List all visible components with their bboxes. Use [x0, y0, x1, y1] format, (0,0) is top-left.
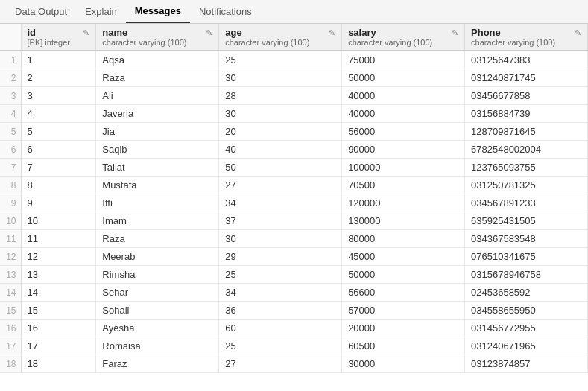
cell-age: 25	[219, 266, 342, 284]
table-row: 1010Imam37130000635925431505	[0, 212, 588, 230]
cell-id: 2	[21, 69, 96, 87]
tab-data-output[interactable]: Data Output	[6, 0, 76, 23]
cell-salary: 45000	[342, 248, 465, 266]
cell-phone: 076510341675	[465, 248, 588, 266]
cell-phone: 031240671965	[465, 337, 588, 355]
cell-phone: 02453658592	[465, 284, 588, 302]
edit-col-phone-icon[interactable]: ✎	[575, 28, 581, 38]
cell-id: 17	[21, 337, 96, 355]
cell-name: Sehar	[96, 284, 219, 302]
table-row: 33Ali284000003456677858	[0, 87, 588, 105]
cell-salary: 40000	[342, 105, 465, 123]
cell-id: 15	[21, 302, 96, 320]
cell-id: 9	[21, 194, 96, 212]
cell-salary: 120000	[342, 194, 465, 212]
table-row: 22Raza3050000031240871745	[0, 69, 588, 87]
cell-age: 27	[219, 177, 342, 194]
table-row: 1313Rimsha25500000315678946758	[0, 266, 588, 284]
row-number: 1	[0, 51, 21, 69]
tab-messages[interactable]: Messages	[126, 0, 190, 23]
row-number: 11	[0, 230, 21, 248]
edit-col-id-icon[interactable]: ✎	[83, 28, 89, 38]
cell-name: Sohail	[96, 302, 219, 320]
cell-name: Rimsha	[96, 266, 219, 284]
tab-bar: Data Output Explain Messages Notificatio…	[0, 0, 588, 24]
edit-col-age-icon[interactable]: ✎	[329, 28, 335, 38]
cell-salary: 40000	[342, 87, 465, 105]
col-header-id: id [PK] integer ✎	[21, 24, 96, 51]
cell-phone: 031240871745	[465, 69, 588, 87]
cell-id: 1	[21, 51, 96, 69]
cell-age: 50	[219, 159, 342, 177]
cell-name: Faraz	[96, 355, 219, 373]
cell-name: Ali	[96, 87, 219, 105]
cell-phone: 034567891233	[465, 194, 588, 212]
cell-age: 30	[219, 105, 342, 123]
col-header-salary: salary character varying (100) ✎	[342, 24, 465, 51]
cell-salary: 20000	[342, 320, 465, 337]
cell-salary: 56600	[342, 284, 465, 302]
cell-name: Ayesha	[96, 320, 219, 337]
row-number: 4	[0, 105, 21, 123]
table-row: 1515Sohail3657000034558655950	[0, 302, 588, 320]
table-row: 1616Ayesha6020000031456772955	[0, 320, 588, 337]
table-row: 99Iffi34120000034567891233	[0, 194, 588, 212]
cell-name: Iffi	[96, 194, 219, 212]
cell-age: 34	[219, 284, 342, 302]
cell-name: Meerab	[96, 248, 219, 266]
cell-salary: 50000	[342, 69, 465, 87]
table-row: 44Javeria304000003156884739	[0, 105, 588, 123]
cell-salary: 57000	[342, 302, 465, 320]
cell-age: 30	[219, 230, 342, 248]
edit-col-name-icon[interactable]: ✎	[206, 28, 212, 38]
cell-salary: 100000	[342, 159, 465, 177]
table-row: 77Tallat50100000123765093755	[0, 159, 588, 177]
table-row: 1818Faraz273000003123874857	[0, 355, 588, 373]
table-wrapper: id [PK] integer ✎ name character varying…	[0, 24, 588, 391]
col-header-name: name character varying (100) ✎	[96, 24, 219, 51]
tab-explain[interactable]: Explain	[76, 0, 126, 23]
cell-name: Aqsa	[96, 51, 219, 69]
cell-phone: 03125647383	[465, 51, 588, 69]
cell-age: 29	[219, 248, 342, 266]
cell-age: 60	[219, 320, 342, 337]
row-number: 12	[0, 248, 21, 266]
row-number-header	[0, 24, 21, 51]
data-table: id [PK] integer ✎ name character varying…	[0, 24, 588, 373]
cell-salary: 90000	[342, 141, 465, 159]
table-row: 88Mustafa2770500031250781325	[0, 177, 588, 194]
table-row: 1414Sehar345660002453658592	[0, 284, 588, 302]
cell-phone: 0315678946758	[465, 266, 588, 284]
cell-id: 14	[21, 284, 96, 302]
col-header-age: age character varying (100) ✎	[219, 24, 342, 51]
cell-salary: 80000	[342, 230, 465, 248]
cell-id: 13	[21, 266, 96, 284]
row-number: 16	[0, 320, 21, 337]
cell-salary: 60500	[342, 337, 465, 355]
cell-name: Saqib	[96, 141, 219, 159]
cell-id: 10	[21, 212, 96, 230]
tab-notifications[interactable]: Notifications	[190, 0, 261, 23]
cell-phone: 034558655950	[465, 302, 588, 320]
table-row: 1717Romaisa2560500031240671965	[0, 337, 588, 355]
row-number: 5	[0, 123, 21, 141]
cell-salary: 30000	[342, 355, 465, 373]
edit-col-salary-icon[interactable]: ✎	[452, 28, 458, 38]
cell-age: 30	[219, 69, 342, 87]
cell-id: 7	[21, 159, 96, 177]
row-number: 9	[0, 194, 21, 212]
row-number: 17	[0, 337, 21, 355]
row-number: 14	[0, 284, 21, 302]
cell-age: 40	[219, 141, 342, 159]
row-number: 18	[0, 355, 21, 373]
row-number: 7	[0, 159, 21, 177]
cell-id: 6	[21, 141, 96, 159]
cell-id: 11	[21, 230, 96, 248]
cell-name: Imam	[96, 212, 219, 230]
cell-salary: 130000	[342, 212, 465, 230]
cell-id: 18	[21, 355, 96, 373]
cell-age: 37	[219, 212, 342, 230]
cell-phone: 03156884739	[465, 105, 588, 123]
cell-phone: 128709871645	[465, 123, 588, 141]
cell-id: 5	[21, 123, 96, 141]
